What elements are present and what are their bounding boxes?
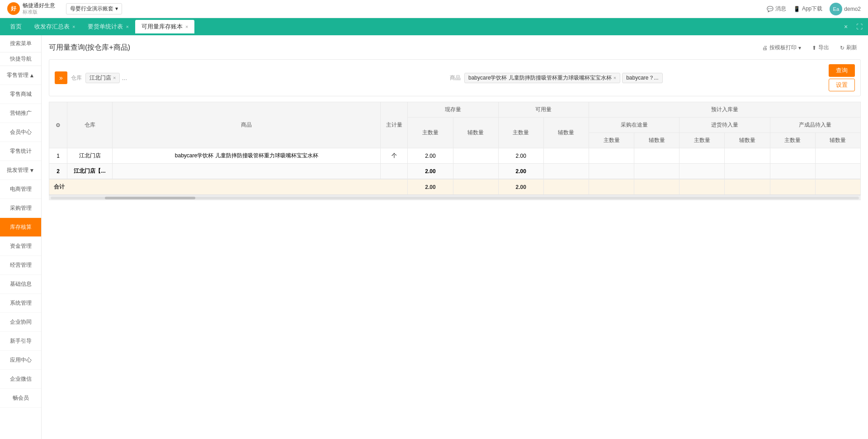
expand-button[interactable]: ⛶: [854, 22, 864, 32]
product-filter-label: 商品: [450, 74, 461, 82]
warehouse-tag-area: 江北门店 × ...: [85, 73, 443, 83]
footer-stock-main: 2.00: [408, 179, 453, 195]
th-inbound-pending: 进货待入量: [679, 118, 770, 133]
message-icon: 💬: [767, 6, 774, 12]
industry-selector[interactable]: 母婴行业演示账套 ▾: [66, 3, 122, 14]
row2-warehouse: 江北门店【...: [67, 164, 113, 179]
row2-product-main: [770, 164, 815, 179]
logo-subtitle: 标准版: [23, 9, 55, 15]
sidebar-item-retail-stats[interactable]: 零售统计: [0, 142, 41, 161]
settings-button[interactable]: 设置: [829, 79, 855, 91]
app-download-button[interactable]: 📱 App下载: [793, 5, 822, 13]
tab-receive-close[interactable]: ×: [72, 24, 75, 29]
th-available: 可用量: [498, 102, 589, 118]
print-button[interactable]: 🖨 按模板打印 ▾: [759, 42, 805, 53]
chevron-icon: ▲: [29, 72, 35, 79]
data-table: ⚙ 仓库 商品 主计量 现存量 可用量 预计入库量 主数量 辅数量 主数量: [49, 102, 861, 195]
tab-home[interactable]: 首页: [4, 20, 28, 33]
tab-available-label: 可用量库存账本: [142, 23, 183, 31]
product-tag-2[interactable]: babycare？...: [622, 73, 662, 83]
row1-product-aux: [815, 148, 860, 164]
th-predicted: 预计入库量: [589, 102, 861, 118]
sidebar-item-inventory-mgmt[interactable]: 库存核算: [0, 218, 41, 237]
tab-available-inventory[interactable]: 可用量库存账本 ×: [135, 20, 194, 33]
query-button[interactable]: 查询: [829, 64, 855, 77]
table-wrapper: ⚙ 仓库 商品 主计量 现存量 可用量 预计入库量 主数量 辅数量 主数量: [49, 102, 861, 195]
row1-purchase-main: [589, 148, 634, 164]
avatar: Ea: [830, 3, 842, 15]
logo-texts: 畅捷通好生意 标准版: [23, 2, 55, 15]
sidebar-item-app-center[interactable]: 应用中心: [0, 351, 41, 370]
row1-warehouse: 江北门店: [67, 148, 113, 164]
sidebar-item-enterprise-wechat[interactable]: 企业微信: [0, 370, 41, 389]
sidebar-search[interactable]: 搜索菜单: [0, 35, 41, 52]
tab-order-close[interactable]: ×: [126, 24, 128, 29]
close-all-tabs-button[interactable]: ×: [841, 22, 851, 32]
row1-inbound-main: [679, 148, 725, 164]
row1-stock-main: 2.00: [408, 148, 453, 164]
tab-order-label: 要货单统计表: [88, 23, 123, 31]
warehouse-tag-remove[interactable]: ×: [113, 75, 116, 80]
sidebar-item-new-guide[interactable]: 新手引导: [0, 332, 41, 351]
th-avail-main: 主数量: [498, 118, 543, 148]
filter-toggle-button[interactable]: »: [55, 71, 67, 84]
row2-inbound-aux: [725, 164, 770, 179]
sidebar-item-system-mgmt[interactable]: 系统管理: [0, 294, 41, 313]
print-icon: 🖨: [762, 45, 768, 51]
row1-purchase-aux: [634, 148, 679, 164]
refresh-button[interactable]: ↻ 刷新: [836, 42, 861, 53]
row2-product: [113, 164, 381, 179]
sidebar-item-purchase-mgmt[interactable]: 采购管理: [0, 199, 41, 218]
sidebar-item-member-center[interactable]: 会员中心: [0, 123, 41, 142]
sidebar-item-enterprise-collab[interactable]: 企业协同: [0, 313, 41, 332]
sidebar-item-retail-mgmt[interactable]: 零售管理 ▲: [0, 66, 41, 85]
th-product-aux: 辅数量: [815, 133, 860, 148]
main-layout: 搜索菜单 快捷导航 零售管理 ▲ 零售商城 营销推广 会员中心 零售统计 批发管…: [0, 35, 868, 439]
download-icon: 📱: [793, 6, 800, 12]
sidebar-item-basic-info[interactable]: 基础信息: [0, 275, 41, 294]
product-tag-1[interactable]: babycare学饮杯 儿童防摔防撞吸管杯重力球吸嘴杯宝宝水杯 ×: [464, 73, 620, 83]
tab-receive-summary[interactable]: 收发存汇总表 ×: [28, 20, 81, 33]
content-area: 可用量查询(按仓库+商品) 🖨 按模板打印 ▾ ⬆ 导出 ↻ 刷新: [42, 35, 868, 439]
footer-purchase-main: [589, 179, 634, 195]
footer-product-aux: [815, 179, 860, 195]
export-button[interactable]: ⬆ 导出: [808, 42, 833, 53]
tab-receive-label: 收发存汇总表: [34, 23, 70, 31]
footer-stock-aux: [453, 179, 498, 195]
row1-avail-aux: [543, 148, 589, 164]
product-tag-1-remove[interactable]: ×: [613, 75, 616, 80]
warehouse-tag[interactable]: 江北门店 ×: [85, 73, 120, 83]
row2-stock-main: 2.00: [408, 164, 453, 179]
tab-order-stats[interactable]: 要货单统计表 ×: [81, 20, 135, 33]
sidebar-item-retail-mall[interactable]: 零售商城: [0, 85, 41, 104]
page-header: 可用量查询(按仓库+商品) 🖨 按模板打印 ▾ ⬆ 导出 ↻ 刷新: [49, 42, 861, 53]
user-profile[interactable]: Ea demo2: [830, 3, 861, 15]
page-title: 可用量查询(按仓库+商品): [49, 43, 130, 52]
export-icon: ⬆: [812, 45, 816, 51]
th-product: 商品: [113, 102, 381, 148]
row2-stock-aux: [453, 164, 498, 179]
row1-unit: 个: [381, 148, 408, 164]
scroll-thumb[interactable]: [105, 197, 195, 199]
footer-label: 合计: [49, 179, 408, 195]
sidebar-quick-nav[interactable]: 快捷导航: [0, 52, 41, 66]
footer-avail-aux: [543, 179, 589, 195]
filter-bar: » 仓库 江北门店 × ... 商品 babycare学饮杯 儿童防摔防撞吸管杯…: [49, 59, 861, 96]
horizontal-scrollbar[interactable]: [49, 195, 861, 200]
sidebar-item-finance-mgmt[interactable]: 资金管理: [0, 237, 41, 256]
th-purchase-main: 主数量: [589, 133, 634, 148]
sidebar-item-wholesale-mgmt[interactable]: 批发管理 ▼: [0, 161, 41, 180]
tab-available-close[interactable]: ×: [185, 24, 188, 29]
logo-title: 畅捷通好生意: [23, 2, 55, 9]
filter-ellipsis[interactable]: ...: [122, 74, 127, 81]
th-purchase-aux: 辅数量: [634, 133, 679, 148]
sidebar-item-ecommerce-mgmt[interactable]: 电商管理: [0, 180, 41, 199]
row1-product: babycare学饮杯 儿童防摔防撞吸管杯重力球吸嘴杯宝宝水杯: [113, 148, 381, 164]
sidebar-item-marketing[interactable]: 营销推广: [0, 104, 41, 123]
sidebar-item-vip-member[interactable]: 畅会员: [0, 389, 41, 408]
warehouse-filter-label: 仓库: [71, 74, 82, 82]
th-warehouse: 仓库: [67, 102, 113, 148]
message-button[interactable]: 💬 消息: [767, 5, 786, 13]
sidebar-item-business-mgmt[interactable]: 经营管理: [0, 256, 41, 275]
refresh-icon: ↻: [840, 45, 844, 51]
